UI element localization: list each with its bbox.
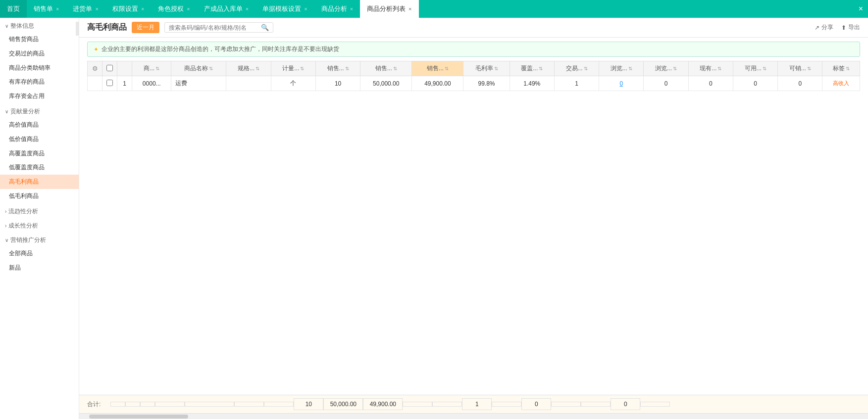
col-browse1[interactable]: 浏览...⇅ bbox=[599, 61, 644, 76]
sort-icon[interactable]: ⇅ bbox=[393, 66, 397, 71]
select-all-checkbox[interactable] bbox=[106, 65, 113, 71]
sort-icon[interactable]: ⇅ bbox=[255, 66, 259, 71]
nav-sales[interactable]: 销售单 × bbox=[27, 0, 66, 18]
cell-gross-rate: 99.8% bbox=[463, 76, 510, 91]
nav-purchase-close[interactable]: × bbox=[95, 6, 98, 12]
nav-role[interactable]: 角色授权 × bbox=[151, 0, 197, 18]
col-code[interactable]: 商...⇅ bbox=[132, 61, 171, 76]
col-current[interactable]: 现有...⇅ bbox=[688, 61, 733, 76]
sidebar-item-high-value[interactable]: 高价值商品 bbox=[0, 118, 79, 132]
footer-browse2: 0 bbox=[521, 398, 551, 410]
nav-product-analysis-list[interactable]: 商品分析列表 × bbox=[360, 0, 418, 18]
nav-permission[interactable]: 权限设置 × bbox=[105, 0, 151, 18]
nav-sales-label: 销售单 bbox=[34, 4, 53, 13]
sidebar-group-marketing[interactable]: ∨ 营销推广分析 bbox=[0, 232, 79, 246]
nav-role-close[interactable]: × bbox=[187, 6, 190, 12]
sidebar-item-stock-capital[interactable]: 库存资金占用 bbox=[0, 89, 79, 103]
nav-permission-close[interactable]: × bbox=[141, 6, 144, 12]
settings-icon[interactable]: ⚙ bbox=[92, 65, 98, 72]
scrollbar-thumb[interactable] bbox=[89, 415, 188, 419]
col-tag[interactable]: 标签⇅ bbox=[822, 61, 860, 76]
share-button[interactable]: ↗ 分享 bbox=[815, 23, 833, 32]
horizontal-scrollbar[interactable] bbox=[79, 413, 868, 419]
sidebar-item-traded-goods[interactable]: 交易过的商品 bbox=[0, 47, 79, 61]
sort-icon[interactable]: ⇅ bbox=[846, 66, 850, 71]
sidebar-item-in-stock-goods[interactable]: 有库存的商品 bbox=[0, 75, 79, 89]
chevron-down-icon: ∨ bbox=[5, 23, 8, 29]
search-input[interactable] bbox=[169, 24, 258, 31]
nav-product-analysis[interactable]: 商品分析 × bbox=[314, 0, 360, 18]
nav-product-analysis-list-close[interactable]: × bbox=[408, 6, 411, 12]
col-sales-profit[interactable]: 销售...⇅ bbox=[412, 61, 463, 76]
sidebar-item-high-gross[interactable]: 高毛利商品 bbox=[0, 175, 79, 189]
cell-current: 0 bbox=[688, 76, 733, 91]
sidebar-item-low-coverage[interactable]: 低覆盖度商品 bbox=[0, 160, 79, 175]
sort-icon[interactable]: ⇅ bbox=[628, 66, 632, 71]
nav-sales-close[interactable]: × bbox=[56, 6, 59, 12]
col-settings[interactable]: ⚙ bbox=[88, 61, 102, 76]
table-header-row: ⚙ 商...⇅ 商品名称⇅ 规格...⇅ bbox=[88, 61, 860, 76]
nav-template-settings[interactable]: 单据模板设置 × bbox=[255, 0, 314, 18]
sidebar-item-high-coverage[interactable]: 高覆盖度商品 bbox=[0, 146, 79, 161]
window-close-button[interactable]: × bbox=[859, 4, 863, 13]
col-browse2[interactable]: 浏览...⇅ bbox=[644, 61, 688, 76]
sidebar-group-overall[interactable]: ∨ 整体信息 bbox=[0, 18, 79, 32]
col-unit[interactable]: 计量...⇅ bbox=[271, 61, 315, 76]
sort-icon[interactable]: ⇅ bbox=[763, 66, 766, 71]
sidebar-item-new-goods[interactable]: 新品 bbox=[0, 261, 79, 275]
sort-icon[interactable]: ⇅ bbox=[300, 66, 304, 71]
cell-spec bbox=[226, 76, 271, 91]
sidebar-item-low-gross[interactable]: 低毛利商品 bbox=[0, 189, 79, 203]
page-title: 高毛利商品 bbox=[87, 22, 127, 33]
sort-icon[interactable]: ⇅ bbox=[539, 66, 543, 71]
sort-icon[interactable]: ⇅ bbox=[673, 66, 677, 71]
row-checkbox[interactable] bbox=[106, 80, 113, 86]
info-banner-text: 企业的主要的利润都是这部分商品创造的，可考虑加大推广，同时关注库存是不要出现缺货 bbox=[102, 45, 339, 53]
sidebar-group-trend[interactable]: › 流趋性分析 bbox=[0, 203, 79, 218]
table-container[interactable]: ⚙ 商...⇅ 商品名称⇅ 规格...⇅ bbox=[79, 61, 868, 395]
col-available[interactable]: 可用...⇅ bbox=[733, 61, 777, 76]
nav-product-warehouse[interactable]: 产成品入库单 × bbox=[197, 0, 255, 18]
export-button[interactable]: ⬆ 导出 bbox=[841, 23, 860, 32]
sort-icon[interactable]: ⇅ bbox=[345, 66, 349, 71]
col-sales-qty[interactable]: 销售...⇅ bbox=[315, 61, 360, 76]
browse1-link[interactable]: 0 bbox=[619, 80, 623, 87]
cell-browse1[interactable]: 0 bbox=[599, 76, 644, 91]
sidebar-item-sales-goods[interactable]: 销售货商品 bbox=[0, 32, 79, 47]
col-checkbox[interactable] bbox=[102, 61, 117, 76]
sidebar-item-all-goods[interactable]: 全部商品 bbox=[0, 246, 79, 261]
col-name[interactable]: 商品名称⇅ bbox=[171, 61, 226, 76]
col-transaction[interactable]: 交易...⇅ bbox=[554, 61, 599, 76]
nav-product-warehouse-close[interactable]: × bbox=[246, 6, 249, 12]
sort-icon[interactable]: ⇅ bbox=[807, 66, 811, 71]
nav-home[interactable]: 首页 bbox=[0, 0, 27, 18]
nav-purchase[interactable]: 进货单 × bbox=[66, 0, 105, 18]
sidebar-group-overall-label: 整体信息 bbox=[10, 22, 34, 30]
cell-checkbox[interactable] bbox=[102, 76, 117, 91]
col-index bbox=[117, 61, 132, 76]
nav-template-settings-close[interactable]: × bbox=[304, 6, 307, 12]
col-spec[interactable]: 规格...⇅ bbox=[226, 61, 271, 76]
sort-icon[interactable]: ⇅ bbox=[584, 66, 588, 71]
col-coverage[interactable]: 覆盖...⇅ bbox=[510, 61, 554, 76]
sort-icon[interactable]: ⇅ bbox=[155, 66, 159, 71]
search-icon[interactable]: 🔍 bbox=[261, 24, 269, 31]
sidebar-collapse-button[interactable]: 《 bbox=[76, 22, 79, 36]
sidebar-item-low-value[interactable]: 低价值商品 bbox=[0, 132, 79, 146]
footer-tag bbox=[640, 402, 670, 407]
col-sellable[interactable]: 可销...⇅ bbox=[778, 61, 822, 76]
footer-cells: 10 50,000.00 49,900.00 1 0 0 bbox=[110, 398, 860, 410]
sidebar-item-category-sales-rate[interactable]: 商品分类助销率 bbox=[0, 61, 79, 75]
sort-icon[interactable]: ⇅ bbox=[494, 66, 498, 71]
cell-index: 1 bbox=[117, 76, 132, 91]
filter-recent-month-button[interactable]: 近一月 bbox=[132, 22, 159, 33]
info-banner: ✦ 企业的主要的利润都是这部分商品创造的，可考虑加大推广，同时关注库存是不要出现… bbox=[87, 42, 860, 57]
sort-icon[interactable]: ⇅ bbox=[445, 66, 449, 71]
sidebar-group-contribution[interactable]: ∨ 贡献量分析 bbox=[0, 103, 79, 118]
sort-icon[interactable]: ⇅ bbox=[717, 66, 721, 71]
col-sales-amt[interactable]: 销售...⇅ bbox=[360, 61, 412, 76]
sidebar-group-growth[interactable]: › 成长性分析 bbox=[0, 218, 79, 232]
sort-icon[interactable]: ⇅ bbox=[209, 66, 213, 71]
col-gross-rate[interactable]: 毛利率⇅ bbox=[463, 61, 510, 76]
nav-product-analysis-close[interactable]: × bbox=[350, 6, 353, 12]
